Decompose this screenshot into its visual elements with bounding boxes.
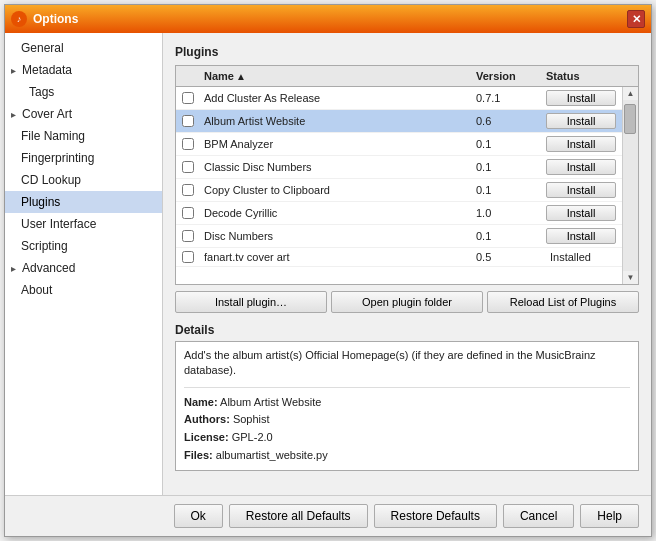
row-version-1: 0.6: [472, 113, 542, 129]
scroll-thumb[interactable]: [624, 104, 636, 134]
install-button-6[interactable]: Install: [546, 228, 616, 244]
table-row[interactable]: Classic Disc Numbers 0.1 Install: [176, 156, 622, 179]
details-files-value: albumartist_website.py: [216, 449, 328, 461]
content-area: General Metadata Tags Cover Art File Nam…: [5, 33, 651, 495]
details-title: Details: [175, 323, 639, 337]
restore-button[interactable]: Restore Defaults: [374, 504, 497, 528]
plugins-table: Name ▲ Version Status Add Cluster As Rel…: [175, 65, 639, 285]
sidebar-item-tags[interactable]: Tags: [5, 81, 162, 103]
col-scrollbar-top: [622, 68, 638, 84]
table-body-container: Add Cluster As Release 0.7.1 Install Alb…: [176, 87, 638, 284]
row-status-1: Install: [542, 111, 622, 131]
row-checkbox-7[interactable]: [176, 251, 200, 263]
table-row[interactable]: Disc Numbers 0.1 Install: [176, 225, 622, 248]
row-version-4: 0.1: [472, 182, 542, 198]
row-version-5: 1.0: [472, 205, 542, 221]
scroll-track[interactable]: [623, 100, 638, 271]
row-name-2: BPM Analyzer: [200, 136, 472, 152]
row-version-2: 0.1: [472, 136, 542, 152]
section-title: Plugins: [175, 45, 639, 59]
sidebar-item-cover-art[interactable]: Cover Art: [5, 103, 162, 125]
row-version-0: 0.7.1: [472, 90, 542, 106]
sidebar-item-about[interactable]: About: [5, 279, 162, 301]
row-name-0: Add Cluster As Release: [200, 90, 472, 106]
sidebar-item-file-naming[interactable]: File Naming: [5, 125, 162, 147]
scroll-down-arrow[interactable]: ▼: [625, 271, 637, 284]
details-authors-label: Authors:: [184, 413, 230, 425]
table-scrollbar[interactable]: ▲ ▼: [622, 87, 638, 284]
row-checkbox-4[interactable]: [176, 184, 200, 196]
help-button[interactable]: Help: [580, 504, 639, 528]
details-name-line: Name: Album Artist Website: [184, 394, 630, 412]
details-section: Details Add's the album artist(s) Offici…: [175, 323, 639, 483]
sidebar: General Metadata Tags Cover Art File Nam…: [5, 33, 163, 495]
table-row[interactable]: BPM Analyzer 0.1 Install: [176, 133, 622, 156]
col-check: [176, 68, 200, 84]
sidebar-item-user-interface[interactable]: User Interface: [5, 213, 162, 235]
sidebar-item-fingerprinting[interactable]: Fingerprinting: [5, 147, 162, 169]
row-status-4: Install: [542, 180, 622, 200]
install-button-5[interactable]: Install: [546, 205, 616, 221]
install-button-3[interactable]: Install: [546, 159, 616, 175]
row-checkbox-6[interactable]: [176, 230, 200, 242]
row-checkbox-2[interactable]: [176, 138, 200, 150]
table-header: Name ▲ Version Status: [176, 66, 638, 87]
sidebar-item-plugins[interactable]: Plugins: [5, 191, 162, 213]
row-checkbox-1[interactable]: [176, 115, 200, 127]
details-meta: Name: Album Artist Website Authors: Soph…: [184, 394, 630, 464]
ok-button[interactable]: Ok: [174, 504, 223, 528]
installed-label-7: Installed: [546, 249, 595, 265]
table-body: Add Cluster As Release 0.7.1 Install Alb…: [176, 87, 622, 284]
close-button[interactable]: ✕: [627, 10, 645, 28]
row-status-0: Install: [542, 88, 622, 108]
restore-all-button[interactable]: Restore all Defaults: [229, 504, 368, 528]
details-divider: [184, 387, 630, 388]
table-row[interactable]: Decode Cyrillic 1.0 Install: [176, 202, 622, 225]
row-name-5: Decode Cyrillic: [200, 205, 472, 221]
details-license-value: GPL-2.0: [232, 431, 273, 443]
sort-arrow-icon: ▲: [236, 71, 246, 82]
details-name-label: Name:: [184, 396, 218, 408]
install-button-4[interactable]: Install: [546, 182, 616, 198]
table-row[interactable]: fanart.tv cover art 0.5 Installed: [176, 248, 622, 267]
plugin-buttons: Install plugin… Open plugin folder Reloa…: [175, 291, 639, 313]
sidebar-item-advanced[interactable]: Advanced: [5, 257, 162, 279]
row-checkbox-3[interactable]: [176, 161, 200, 173]
title-bar: ♪ Options ✕: [5, 5, 651, 33]
row-name-7: fanart.tv cover art: [200, 249, 472, 265]
row-name-1: Album Artist Website: [200, 113, 472, 129]
title-bar-left: ♪ Options: [11, 11, 78, 27]
window-title: Options: [33, 12, 78, 26]
row-status-6: Install: [542, 226, 622, 246]
cancel-button[interactable]: Cancel: [503, 504, 574, 528]
scroll-up-arrow[interactable]: ▲: [625, 87, 637, 100]
row-version-3: 0.1: [472, 159, 542, 175]
row-status-7: Installed: [542, 249, 622, 265]
details-box: Add's the album artist(s) Official Homep…: [175, 341, 639, 471]
install-button-2[interactable]: Install: [546, 136, 616, 152]
install-button-0[interactable]: Install: [546, 90, 616, 106]
install-plugin-button[interactable]: Install plugin…: [175, 291, 327, 313]
row-status-2: Install: [542, 134, 622, 154]
details-name-value: Album Artist Website: [220, 396, 321, 408]
row-name-3: Classic Disc Numbers: [200, 159, 472, 175]
install-button-1[interactable]: Install: [546, 113, 616, 129]
row-name-6: Disc Numbers: [200, 228, 472, 244]
row-checkbox-0[interactable]: [176, 92, 200, 104]
open-folder-button[interactable]: Open plugin folder: [331, 291, 483, 313]
sidebar-item-scripting[interactable]: Scripting: [5, 235, 162, 257]
sidebar-item-metadata[interactable]: Metadata: [5, 59, 162, 81]
sidebar-item-cd-lookup[interactable]: CD Lookup: [5, 169, 162, 191]
details-authors-line: Authors: Sophist: [184, 411, 630, 429]
row-checkbox-5[interactable]: [176, 207, 200, 219]
col-name[interactable]: Name ▲: [200, 68, 472, 84]
table-row[interactable]: Add Cluster As Release 0.7.1 Install: [176, 87, 622, 110]
sidebar-item-general[interactable]: General: [5, 37, 162, 59]
row-status-3: Install: [542, 157, 622, 177]
details-authors-value: Sophist: [233, 413, 270, 425]
table-row[interactable]: Copy Cluster to Clipboard 0.1 Install: [176, 179, 622, 202]
reload-button[interactable]: Reload List of Plugins: [487, 291, 639, 313]
table-row[interactable]: Album Artist Website 0.6 Install: [176, 110, 622, 133]
options-window: ♪ Options ✕ General Metadata Tags Cover …: [4, 4, 652, 537]
row-status-5: Install: [542, 203, 622, 223]
